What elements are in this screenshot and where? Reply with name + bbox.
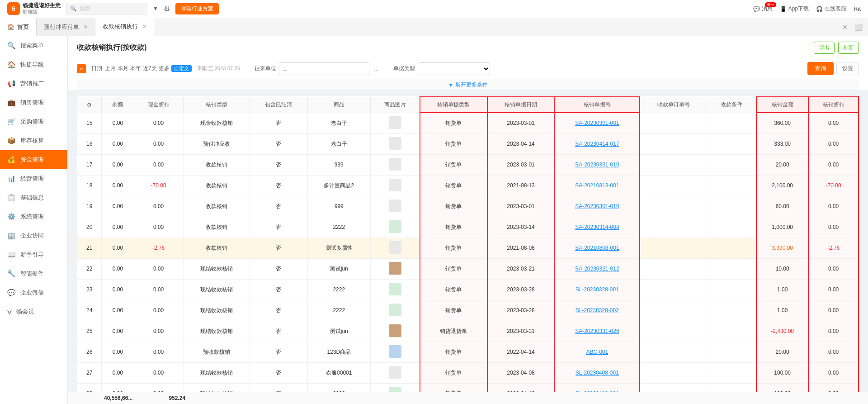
cell-seq: 27 [77,362,102,383]
global-search-bar[interactable]: 🔍 搜索 [66,3,147,14]
cell-cancel-doc-no[interactable]: SA-20210808-001 [554,238,640,258]
cell-cancel-doc-no[interactable]: SA-20230314-008 [554,217,640,238]
export-button[interactable]: 导出 [814,42,835,54]
message-area[interactable]: 💬 消息 99+ [753,5,773,13]
doc-type-select[interactable] [418,62,490,75]
sidebar-item-search[interactable]: 🔍 搜索菜单 [0,36,67,55]
col-settings[interactable]: ⚙ [77,97,102,113]
date-this-month[interactable]: 本月 [118,65,128,72]
expand-more-conditions[interactable]: ▼ 展开更多条件 [77,79,859,90]
table-container: ⚙ 余额 现金折扣 核销类型 包含已结清 商品 商品图片 核销单据类型 核销单据… [68,91,868,392]
cell-seq: 22 [77,258,102,279]
date-custom[interactable]: 自定义 [171,65,192,72]
query-button[interactable]: 查询 [807,62,834,75]
online-service[interactable]: 🎧 在线客服 [816,5,846,13]
logo-title: 畅捷通谱好生意 [23,2,61,9]
cell-cancel-discount: 0.00 [808,300,859,321]
cell-product: 2222 [307,279,370,300]
tab-receipt[interactable]: 收款核销执行 ✕ [95,18,154,36]
online-service-label: 在线客服 [825,5,846,13]
cell-include-cleared: 否 [250,238,307,258]
sidebar-item-corp[interactable]: 🏢 企业协同 [0,226,67,245]
sidebar-item-basic[interactable]: 📋 基础信息 [0,188,67,207]
date-more[interactable]: 更多 [159,65,170,72]
refresh-button[interactable]: 刷新 [838,42,859,54]
chevron-down-icon2: ▼ [448,82,453,88]
cell-cancel-doc-no[interactable]: ABC-001 [554,342,640,362]
cell-cancel-doc-type: 销货单 [420,113,487,133]
cell-cash-discount: 0.00 [134,321,183,342]
cell-cancel-doc-no[interactable]: SL-20230408-001 [554,362,640,383]
cell-cancel-doc-type: 销货单 [420,154,487,175]
cell-cancel-discount: 0.00 [808,196,859,217]
sidebar-item-sales[interactable]: 💼 销售管理 [0,93,67,112]
cell-cancel-doc-no[interactable]: SL-20230328-001 [554,279,640,300]
cell-seq: 28 [77,383,102,392]
sidebar-item-operation-label: 经营管理 [20,175,44,183]
sidebar-item-inventory[interactable]: 📦 库存核算 [0,131,67,150]
tab-prepay-close[interactable]: ✕ [84,24,88,30]
cell-cancel-doc-date: 2023-03-21 [487,258,555,279]
cell-receipt-order-no [640,383,707,392]
chevron-down-icon: ▼ [153,5,158,12]
cell-product: 测试jun [307,258,370,279]
date-last-month[interactable]: 上月 [105,65,116,72]
cell-cancel-doc-no[interactable]: SA-20230331-026 [554,321,640,342]
cell-cancel-discount: 0.00 [808,383,859,392]
settings-button[interactable]: 设置 [836,62,859,75]
from-unit-input[interactable] [279,62,369,75]
sidebar-item-guide[interactable]: 📖 新手引导 [0,245,67,264]
search-dropdown[interactable]: ▼ [153,5,158,12]
cell-cancel-doc-no[interactable]: SA-20230301-010 [554,196,640,217]
cell-cancel-discount: 0.00 [808,279,859,300]
table-row: 15 0.00 0.00 现金收款核销 否 老白干 销货单 2023-03-01… [77,113,859,133]
table-row: 22 0.00 0.00 现结收款核销 否 测试jun 销货单 2023-03-… [77,258,859,279]
cell-cancel-type: 现金收款核销 [183,113,250,133]
member-icon: V [7,308,12,316]
cell-cancel-doc-no[interactable]: SA-20230321-012 [554,258,640,279]
sidebar-item-marketing[interactable]: 📢 营销推广 [0,74,67,93]
date-this-year[interactable]: 本年 [130,65,141,72]
cell-cancel-doc-no[interactable]: SL-20230328-002 [554,300,640,321]
sidebar-item-sales-label: 销售管理 [20,99,44,107]
cell-product-img [370,300,420,321]
cell-cancel-doc-no[interactable]: SA-20230301-001 [554,113,640,133]
sidebar-item-wechat[interactable]: 💬 企业微信 [0,283,67,302]
cell-cancel-doc-no[interactable]: SA-20230414-017 [554,133,640,154]
sidebar-item-hardware[interactable]: 🔧 智能硬件 [0,264,67,283]
sidebar-item-finance[interactable]: 💰 资金管理 [0,150,67,169]
sidebar-item-operation[interactable]: 📊 经营管理 [0,169,67,188]
cell-cancel-doc-type: 销货单 [420,258,487,279]
cell-cancel-doc-no[interactable]: SA-20230301-010 [554,154,640,175]
cell-product: 123D商品 [307,342,370,362]
date-filter-group: 日期 上月 本月 本年 近7天 更多 自定义 [91,65,192,72]
sidebar-item-inventory-label: 库存核算 [20,137,44,145]
cell-product-img [370,133,420,154]
tab-close-button[interactable]: ✕ [840,22,849,33]
cell-include-cleared: 否 [250,217,307,238]
sidebar-item-purchase[interactable]: 🛒 采购管理 [0,112,67,131]
gear-button[interactable]: ⚙ [164,5,170,13]
cell-product: 衣服00001 [307,362,370,383]
date-7days[interactable]: 近7天 [143,65,157,72]
cell-cancel-doc-no[interactable]: SL-20230418-001 [554,383,640,392]
sidebar-item-member[interactable]: V 畅会员 [0,302,67,321]
sidebar-item-nav[interactable]: 🏠 快捷导航 [0,55,67,74]
cell-seq: 21 [77,238,102,258]
top-bar: 6 畅捷通谱好生意 标准版 🔍 搜索 ▼ ⚙ 体验行业方案 💬 消息 99+ 📱… [0,0,868,18]
cell-cancel-doc-no[interactable]: SA-20210813-001 [554,175,640,196]
cell-receipt-order-no [640,196,707,217]
tab-home[interactable]: 🏠 首页 [0,18,37,36]
cell-include-cleared: 否 [250,300,307,321]
table-row: 25 0.00 0.00 现结收款核销 否 测试jun 销货退货单 2023-0… [77,321,859,342]
industry-solution-button[interactable]: 体验行业方案 [175,3,219,14]
tab-expand-button[interactable]: ⬜ [853,22,864,33]
sidebar-item-system[interactable]: ⚙️ 系统管理 [0,207,67,226]
cell-cancel-type: 预付冲应收 [183,133,250,154]
filter-expand-toggle[interactable]: » [77,64,86,73]
tab-receipt-close[interactable]: ✕ [142,24,146,29]
sidebar-item-search-label: 搜索菜单 [20,42,44,50]
cell-receipt-condition [707,321,756,342]
tab-prepay[interactable]: 预付冲应付单 ✕ [37,18,95,36]
app-download[interactable]: 📱 App下载 [780,5,809,13]
